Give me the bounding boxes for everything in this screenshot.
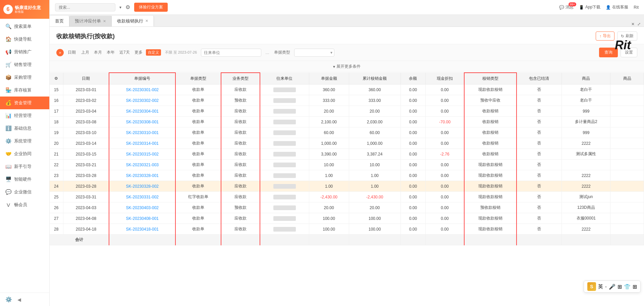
close-all-icon[interactable]: ✕ <box>631 22 635 26</box>
doc-no-link[interactable]: SK-20230310-001 <box>126 130 159 135</box>
doc-no-link[interactable]: SK-20230315-002 <box>126 152 159 157</box>
gear-icon[interactable]: ⚙ <box>125 4 130 10</box>
sidebar-item-hardware[interactable]: 🖥️智能硬件 <box>0 173 49 186</box>
filter-expand-more[interactable]: ▾ 展开更多条件 <box>50 62 644 71</box>
dropdown-icon[interactable]: ▾ <box>119 5 121 10</box>
industry-btn[interactable]: 体验行业方案 <box>134 3 168 12</box>
col-cumulative-header: 累计核销金额 <box>349 73 400 84</box>
cell-doc-no: SK-20230328-001 <box>109 170 175 181</box>
cell-settled: 否 <box>517 138 562 149</box>
cell-partner <box>260 202 309 213</box>
tab-verify[interactable]: 收款核销执行 ✕ <box>112 16 154 26</box>
collapse-icon[interactable]: ◀ <box>17 297 21 302</box>
export-button[interactable]: ↑ 导出 <box>596 32 614 41</box>
col-goods-header: 商品 <box>562 73 610 84</box>
input-toolbar-zh-icon[interactable]: 英 <box>598 284 603 290</box>
filter-this-month[interactable]: 本月 <box>93 49 103 56</box>
input-toolbar-mic-icon[interactable]: 🎤 <box>609 284 615 290</box>
sidebar-item-purchase[interactable]: 📦采购管理 <box>0 71 49 84</box>
doc-no-link[interactable]: SK-20230302-002 <box>126 98 159 103</box>
cell-amount: 360.00 <box>309 84 349 95</box>
cell-doc-no: SK-20230403-002 <box>109 202 175 213</box>
input-toolbar-shirt-icon[interactable]: 👕 <box>624 284 631 290</box>
filter-date-options: 上月 本月 本年 近7天 更多 自定义 <box>80 49 161 56</box>
cell-goods2 <box>610 160 644 170</box>
filter-expand-btn[interactable]: » <box>56 49 64 56</box>
cell-date: 2023-03-08 <box>63 117 109 127</box>
cell-doc-type: 收款单 <box>175 170 221 181</box>
doc-no-link[interactable]: SK-20230321-003 <box>126 163 159 167</box>
filter-7days[interactable]: 近7天 <box>118 49 131 56</box>
sidebar-item-sales[interactable]: 🛒销售管理 <box>0 58 49 71</box>
messages-link[interactable]: 💬 消息 99+ <box>559 4 574 10</box>
filter-more[interactable]: 更多 <box>133 49 144 56</box>
filter-partner-input[interactable] <box>201 49 261 57</box>
doc-no-link[interactable]: SK-20230314-001 <box>126 141 159 146</box>
tab-verify-close[interactable]: ✕ <box>145 19 148 23</box>
sidebar-item-marketing[interactable]: 📢营销推广 <box>0 46 49 58</box>
doc-no-link[interactable]: SK-20230331-002 <box>126 195 159 199</box>
filter-custom[interactable]: 自定义 <box>146 49 161 56</box>
cell-cumulative: 100.00 <box>349 224 400 235</box>
table-row: 26 2023-04-03 SK-20230403-002 收款单 预收款 20… <box>50 202 644 213</box>
input-toolbar-dot-icon[interactable]: · <box>605 283 607 290</box>
search-input[interactable] <box>55 3 115 11</box>
table-row: 27 2023-04-08 SK-20230408-001 收款单 应收款 10… <box>50 213 644 224</box>
marketing-icon: 📢 <box>5 49 11 55</box>
cell-date: 2023-03-21 <box>63 160 109 170</box>
sidebar-item-operation[interactable]: 📊经营管理 <box>0 109 49 122</box>
doc-no-link[interactable]: SK-20230328-002 <box>126 184 159 189</box>
cell-date: 2023-03-28 <box>63 181 109 192</box>
input-toolbar-grid2-icon[interactable]: ⊞ <box>633 284 637 290</box>
sidebar-item-guide[interactable]: 📖新手引导 <box>0 160 49 173</box>
sales-icon: 🛒 <box>5 62 11 68</box>
doc-no-link[interactable]: SK-20230308-001 <box>126 120 159 124</box>
col-settings-header[interactable]: ⚙ <box>50 73 63 84</box>
sidebar-item-wechat[interactable]: 💬企业微信 <box>0 186 49 198</box>
cell-amount: 100.00 <box>309 224 349 235</box>
doc-no-link[interactable]: SK-20230418-001 <box>126 227 159 232</box>
sidebar-item-search[interactable]: 🔍搜索菜单 <box>0 20 49 33</box>
cell-doc-no: SK-20230408-001 <box>109 213 175 224</box>
sidebar-item-finance[interactable]: 💰资金管理 <box>0 97 49 109</box>
cell-date: 2023-03-28 <box>63 170 109 181</box>
input-toolbar-grid-icon[interactable]: ⊞ <box>618 284 622 290</box>
col-discount-header: 现金折扣 <box>426 73 464 84</box>
cell-goods: 测试jun <box>562 192 610 202</box>
doc-no-link[interactable]: SK-20230301-002 <box>126 87 159 92</box>
doc-no-link[interactable]: SK-20230408-001 <box>126 216 159 221</box>
cell-doc-no: SK-20230314-001 <box>109 138 175 149</box>
cell-biz-type: 应收款 <box>221 224 260 235</box>
tab-payable-close[interactable]: ✕ <box>103 19 106 23</box>
sidebar-item-inventory[interactable]: 🏪库存核算 <box>0 84 49 97</box>
user-name[interactable]: Rit <box>634 5 639 10</box>
service-link[interactable]: 👤 在线客服 <box>606 4 628 10</box>
sidebar-item-system[interactable]: ⚙️系统管理 <box>0 135 49 147</box>
sidebar-item-shortcut[interactable]: 🏠快捷导航 <box>0 33 49 46</box>
sidebar-item-basic[interactable]: ℹ️基础信息 <box>0 122 49 135</box>
filter-this-year[interactable]: 本年 <box>105 49 116 56</box>
tab-payable[interactable]: 预计冲应付单 ✕ <box>69 16 112 26</box>
doc-no-link[interactable]: SK-20230328-001 <box>126 173 159 178</box>
sidebar-item-member[interactable]: V畅会员 <box>0 198 49 211</box>
sidebar-item-company[interactable]: 🤝企业协同 <box>0 147 49 160</box>
tab-home[interactable]: 首页 <box>50 16 69 26</box>
cell-index: 17 <box>50 106 63 117</box>
cell-doc-no: SK-20230315-002 <box>109 149 175 160</box>
table-row: 17 2023-03-04 SK-20230304-001 收款单 应收款 20… <box>50 106 644 117</box>
cell-goods: 老白干 <box>562 84 610 95</box>
sidebar-item-label: 搜索菜单 <box>14 23 32 29</box>
cell-cumulative: 1.00 <box>349 181 400 192</box>
purchase-icon: 📦 <box>5 74 11 80</box>
cell-partner <box>260 192 309 202</box>
cell-index: 26 <box>50 202 63 213</box>
doc-no-link[interactable]: SK-20230403-002 <box>126 205 159 210</box>
app-download-link[interactable]: 📱 App下载 <box>579 4 600 10</box>
filter-doctype-select[interactable] <box>294 49 334 57</box>
table-row: 19 2023-03-10 SK-20230310-001 收款单 应收款 60… <box>50 127 644 138</box>
doc-no-link[interactable]: SK-20230304-001 <box>126 109 159 114</box>
expand-icon[interactable]: ⤢ <box>637 22 641 26</box>
filter-last-month[interactable]: 上月 <box>80 49 91 56</box>
settings-icon[interactable]: ⚙️ <box>5 296 12 303</box>
table-row: 18 2023-03-08 SK-20230308-001 收款单 应收款 2,… <box>50 117 644 127</box>
